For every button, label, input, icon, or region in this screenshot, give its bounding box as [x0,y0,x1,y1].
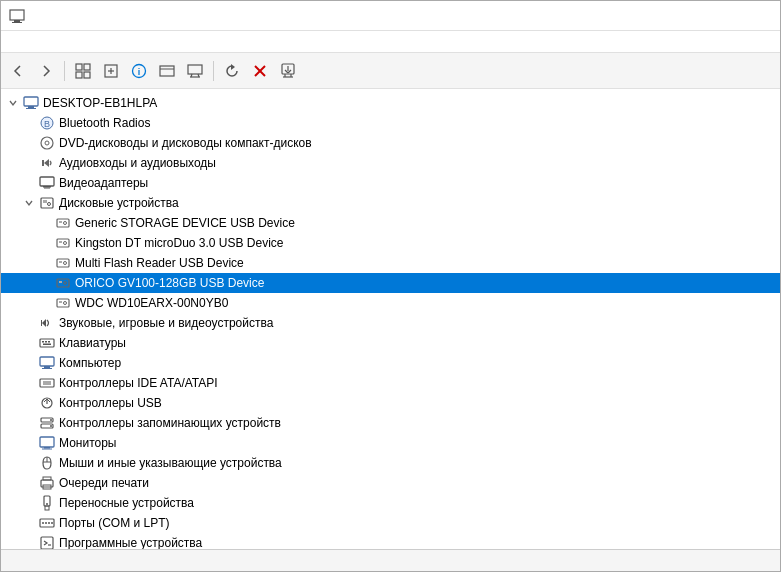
svg-rect-14 [188,65,202,74]
node-label: DVD-дисководы и дисководы компакт-дисков [57,136,312,150]
node-icon [39,455,55,471]
tree-node-row[interactable]: ORICO GV100-128GB USB Device [1,273,780,293]
tree-node-row[interactable]: Контроллеры USB [1,393,780,413]
tree-node-row[interactable]: Контроллеры IDE ATA/ATAPI [1,373,780,393]
node-label: Клавиатуры [57,336,126,350]
expand-root[interactable] [5,95,21,111]
node-label: ORICO GV100-128GB USB Device [73,276,264,290]
back-button[interactable] [5,58,31,84]
node-label: Дисковые устройства [57,196,179,210]
tree-node-row[interactable]: Компьютер [1,353,780,373]
toolbar-btn4[interactable] [98,58,124,84]
svg-rect-60 [43,344,51,346]
svg-rect-82 [45,506,49,510]
node-label: Программные устройства [57,536,202,549]
tree-node-row[interactable]: Видеоадаптеры [1,173,780,193]
tree-node-row[interactable]: Multi Flash Reader USB Device [1,253,780,273]
content-area: DESKTOP-EB1HLPA B Bluetooth Radios DVD-д… [1,89,780,549]
tree-node-row[interactable]: Программные устройства [1,533,780,549]
node-icon [39,375,55,391]
svg-point-86 [45,522,47,524]
menu-file[interactable] [5,40,21,44]
menu-view[interactable] [37,40,53,44]
toolbar-btn6[interactable] [154,58,180,84]
node-icon [55,275,71,291]
toolbar: i [1,53,780,89]
node-icon [39,155,55,171]
tree-node-row[interactable]: Переносные устройства [1,493,780,513]
tree-node-row[interactable]: Generic STORAGE DEVICE USB Device [1,213,780,233]
minimize-button[interactable] [630,1,676,31]
node-label: Очереди печати [57,476,149,490]
tree-node-row[interactable]: B Bluetooth Radios [1,113,780,133]
svg-rect-12 [160,66,174,76]
node-icon [55,215,71,231]
tree-node-row[interactable]: Очереди печати [1,473,780,493]
toolbar-separator-1 [64,61,65,81]
forward-button[interactable] [33,58,59,84]
tree-node-row[interactable]: Звуковые, игровые и видеоустройства [1,313,780,333]
svg-point-55 [64,302,67,305]
svg-rect-59 [48,341,50,343]
svg-rect-35 [40,177,54,186]
tree-node-row[interactable]: Kingston DT microDuo 3.0 USB Device [1,233,780,253]
svg-rect-5 [76,72,82,78]
scan-button[interactable] [275,58,301,84]
svg-rect-61 [40,357,54,366]
tree-root-row[interactable]: DESKTOP-EB1HLPA [1,93,780,113]
svg-point-72 [50,425,52,427]
node-label: Переносные устройства [57,496,194,510]
svg-rect-63 [42,368,52,369]
node-icon [55,295,71,311]
tree-node-row[interactable]: DVD-дисководы и дисководы компакт-дисков [1,133,780,153]
node-icon [39,135,55,151]
remove-button[interactable] [247,58,273,84]
svg-rect-64 [40,379,54,387]
update-button[interactable] [219,58,245,84]
node-icon [55,235,71,251]
device-tree[interactable]: DESKTOP-EB1HLPA B Bluetooth Radios DVD-д… [1,89,780,549]
toolbar-separator-2 [213,61,214,81]
node-label: Bluetooth Radios [57,116,150,130]
menu-action[interactable] [21,40,37,44]
close-button[interactable] [726,1,772,31]
svg-point-71 [50,419,52,421]
tree-node-row[interactable]: Аудиовходы и аудиовыходы [1,153,780,173]
node-icon [39,435,55,451]
tree-node-row[interactable]: Клавиатуры [1,333,780,353]
svg-rect-36 [43,186,51,188]
svg-rect-28 [24,97,38,106]
node-icon [39,495,55,511]
tree-node-row[interactable]: Мониторы [1,433,780,453]
node-label: Мониторы [57,436,116,450]
tree-node-row[interactable]: WDC WD10EARX-00N0YB0 [1,293,780,313]
expand-icon[interactable] [21,195,37,211]
toolbar-btn3[interactable] [70,58,96,84]
info-button[interactable]: i [126,58,152,84]
node-icon [39,335,55,351]
root-label: DESKTOP-EB1HLPA [41,96,157,110]
svg-rect-57 [42,341,44,343]
tree-node-row[interactable]: Порты (COM и LPT) [1,513,780,533]
tree-node-row[interactable]: Контроллеры запоминающих устройств [1,413,780,433]
node-icon [39,175,55,191]
node-icon [39,315,55,331]
svg-rect-39 [43,200,47,203]
svg-rect-73 [40,437,54,447]
node-label: Generic STORAGE DEVICE USB Device [73,216,295,230]
node-label: Kingston DT microDuo 3.0 USB Device [73,236,284,250]
svg-rect-30 [26,108,36,109]
tree-node-row[interactable]: Дисковые устройства [1,193,780,213]
svg-point-52 [64,282,67,285]
svg-point-34 [45,141,49,145]
svg-rect-45 [59,241,62,243]
computer-button[interactable] [182,58,208,84]
maximize-button[interactable] [678,1,724,31]
svg-point-40 [48,203,51,206]
tree-node-row[interactable]: Мыши и иные указывающие устройства [1,453,780,473]
svg-rect-58 [45,341,47,343]
svg-point-88 [51,522,53,524]
menu-help[interactable] [53,40,69,44]
node-icon [39,475,55,491]
svg-point-33 [41,137,53,149]
